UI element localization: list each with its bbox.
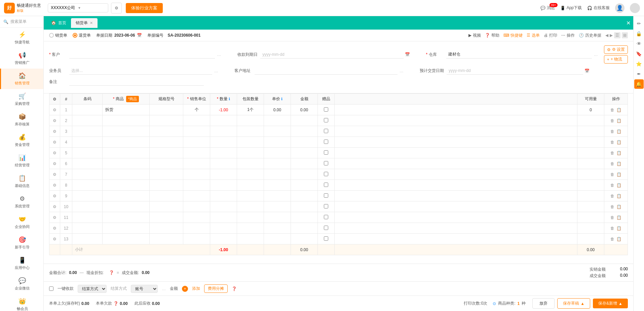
logistics-btn[interactable]: + + 物流 [604,55,628,64]
row-gift-0[interactable] [318,105,335,115]
radio-sales-order[interactable]: 销货单 [49,33,67,38]
total-owe-help[interactable]: ❓ [113,301,118,306]
row-qty-4[interactable] [210,148,237,158]
online-service-button[interactable]: 🎧 在线客服 [587,5,610,11]
row-pack-qty-7[interactable] [237,180,264,191]
payment-method-select[interactable]: 结算方式 [78,285,107,293]
sidebar-item-sales[interactable]: 🏠 销售管理 [0,69,43,89]
row-amount-7[interactable] [291,180,318,191]
row-spec-3[interactable] [150,137,183,148]
save-draft-button[interactable]: 保存草稿 ▲ [557,298,590,309]
row-copy-icon-4[interactable]: 📋 [616,151,621,155]
row-product-5[interactable] [103,158,150,169]
row-copy-icon-1[interactable]: 📋 [616,118,621,123]
row-product-10[interactable] [103,212,150,223]
row-pack-qty-5[interactable] [237,158,264,169]
row-price-8[interactable] [264,191,291,201]
row-qty-7[interactable] [210,180,237,191]
tab-home[interactable]: 🏠 首页 [46,18,71,28]
row-delete-icon-1[interactable]: 🗑 [610,118,614,123]
row-product-9[interactable] [103,201,150,212]
row-price-11[interactable] [264,223,291,234]
row-pack-qty-9[interactable] [237,201,264,212]
row-settings-3[interactable]: ⚙ [49,137,60,148]
right-panel-pen[interactable]: ✒ [634,69,644,79]
row-barcode-3[interactable] [72,137,103,148]
row-amount-3[interactable] [291,137,318,148]
warehouse-more-icon[interactable]: … [592,52,600,57]
expected-date-input[interactable] [447,67,583,75]
row-settings-4[interactable]: ⚙ [49,148,60,158]
row-pack-qty-11[interactable] [237,223,264,234]
row-price-6[interactable] [264,169,291,180]
sidebar-item-wechat[interactable]: 💬 企业微信 [0,274,43,294]
row-barcode-8[interactable] [72,191,103,201]
row-pack-qty-6[interactable] [237,169,264,180]
row-delete-icon-9[interactable]: 🗑 [610,204,614,209]
row-price-4[interactable] [264,148,291,158]
customer-input[interactable] [69,51,215,59]
row-gift-4[interactable] [318,148,335,158]
row-unit-11[interactable] [183,223,210,234]
sidebar-item-enterprise[interactable]: 🤝 企业协同 [0,212,43,233]
row-delete-icon-5[interactable]: 🗑 [610,161,614,166]
row-unit-6[interactable] [183,169,210,180]
row-qty-11[interactable] [210,223,237,234]
row-product-11[interactable] [103,223,150,234]
cash-discount-help[interactable]: ❓ [109,270,114,275]
row-amount-9[interactable] [291,201,318,212]
row-settings-2[interactable]: ⚙ [49,126,60,137]
row-spec-5[interactable] [150,158,183,169]
row-spec-4[interactable] [150,148,183,158]
row-amount-10[interactable] [291,212,318,223]
expense-help-icon[interactable]: ❓ [232,286,237,291]
row-gift-2[interactable] [318,126,335,137]
row-price-5[interactable] [264,158,291,169]
sidebar-item-apps[interactable]: 📱 应用中心 [0,253,43,274]
row-unit-7[interactable] [183,180,210,191]
sidebar-item-guide[interactable]: 🎯 新手引导 [0,233,43,253]
sidebar-item-purchase[interactable]: 🛒 采购管理 [0,89,43,110]
row-product-0[interactable]: 拆货 [103,105,150,115]
row-amount-2[interactable] [291,126,318,137]
row-spec-8[interactable] [150,191,183,201]
sidebar-item-finance[interactable]: 💰 资金管理 [0,130,43,151]
row-qty-0[interactable]: -1.00 [210,105,237,115]
row-amount-5[interactable] [291,158,318,169]
row-spec-1[interactable] [150,115,183,126]
row-product-3[interactable] [103,137,150,148]
row-qty-3[interactable] [210,137,237,148]
row-copy-icon-0[interactable]: 📋 [616,108,621,112]
right-panel-star[interactable]: ⭐ [634,59,644,69]
price-info-icon[interactable]: ℹ [281,97,282,101]
row-gift-7[interactable] [318,180,335,191]
row-spec-6[interactable] [150,169,183,180]
row-spec-2[interactable] [150,126,183,137]
sidebar-search[interactable]: 🔍 搜索菜单 [0,16,43,28]
row-spec-9[interactable] [150,201,183,212]
row-settings-1[interactable]: ⚙ [49,115,60,126]
row-price-1[interactable] [264,115,291,126]
row-unit-5[interactable] [183,158,210,169]
row-copy-icon-12[interactable]: 📋 [616,237,621,241]
row-spec-11[interactable] [150,223,183,234]
one-click-payment-checkbox[interactable] [49,286,53,291]
row-delete-icon-10[interactable]: 🗑 [610,215,614,220]
row-pack-qty-3[interactable] [237,137,264,148]
next-icon[interactable]: ▶ [610,33,613,38]
row-delete-icon-8[interactable]: 🗑 [610,194,614,198]
row-qty-8[interactable] [210,191,237,201]
row-barcode-1[interactable] [72,115,103,126]
row-unit-1[interactable] [183,115,210,126]
salesperson-input[interactable] [69,67,212,75]
account-dots[interactable]: … [162,286,166,291]
row-pack-qty-10[interactable] [237,212,264,223]
row-qty-10[interactable] [210,212,237,223]
row-delete-icon-3[interactable]: 🗑 [610,140,614,145]
row-barcode-6[interactable] [72,169,103,180]
row-gift-9[interactable] [318,201,335,212]
trial-button[interactable]: 体验行业方案 [126,3,163,13]
row-pack-qty-4[interactable] [237,148,264,158]
row-settings-9[interactable]: ⚙ [49,201,60,212]
row-qty-1[interactable] [210,115,237,126]
